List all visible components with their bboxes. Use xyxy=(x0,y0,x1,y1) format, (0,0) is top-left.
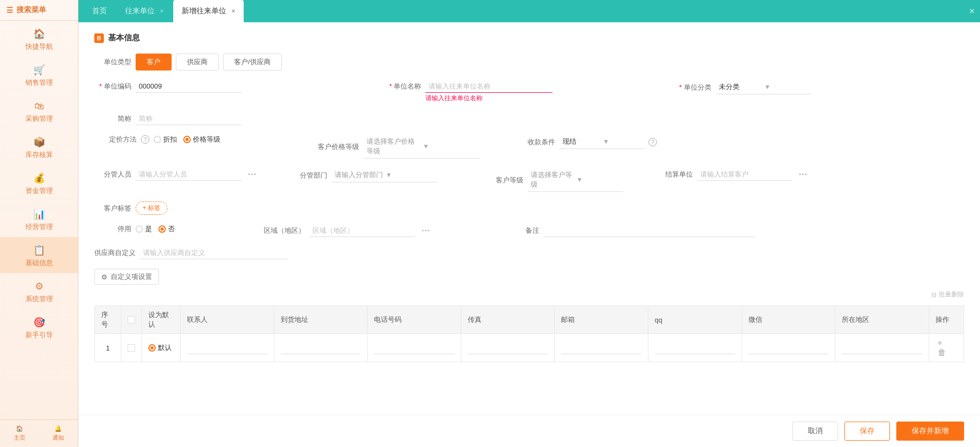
unit-code-input[interactable] xyxy=(136,80,242,93)
pricing-level-option[interactable]: 价格等级 xyxy=(183,135,220,144)
department-select[interactable]: 请输入分管部门 ▼ xyxy=(332,168,438,182)
disabled-no-radio[interactable] xyxy=(158,225,166,233)
disabled-yes-option[interactable]: 是 xyxy=(136,224,152,234)
unit-name-input[interactable] xyxy=(425,80,553,93)
pricing-method-label: 定价方法 xyxy=(94,135,137,144)
system-icon: ⚙ xyxy=(33,281,45,292)
pricing-discount-option[interactable]: 折扣 xyxy=(154,135,177,144)
tab-new-partner[interactable]: 新增往来单位 × xyxy=(173,0,244,22)
tab-partner-list-close[interactable]: × xyxy=(160,7,164,15)
col-qq: qq xyxy=(648,306,742,334)
tab-new-partner-close[interactable]: × xyxy=(231,7,235,15)
row-delete-button[interactable]: 🗑 xyxy=(936,348,948,357)
row-fax[interactable] xyxy=(461,334,554,362)
short-name-input[interactable] xyxy=(136,112,242,125)
short-name-label: 简称 xyxy=(94,114,131,124)
batch-delete-label[interactable]: 批量删除 xyxy=(939,290,964,299)
row-phone[interactable] xyxy=(368,334,461,362)
col-email: 邮箱 xyxy=(555,306,648,334)
pricing-radio-group: 折扣 价格等级 xyxy=(154,135,220,144)
row-region-input[interactable] xyxy=(842,341,922,354)
row-actions: + 🗑 xyxy=(929,334,964,362)
unit-category-label: 单位分类 xyxy=(674,83,711,92)
pricing-discount-radio[interactable] xyxy=(154,136,161,143)
row-qq[interactable] xyxy=(648,334,742,362)
pricing-discount-label: 折扣 xyxy=(163,135,177,144)
region-more-btn[interactable]: ··· xyxy=(420,226,432,235)
row-address-input[interactable] xyxy=(281,341,361,354)
row-add-button[interactable]: + xyxy=(936,338,945,347)
supplier-custom-input[interactable] xyxy=(140,247,288,259)
manager-more-btn[interactable]: ··· xyxy=(246,170,259,179)
region-input[interactable] xyxy=(309,224,415,237)
sidebar-item-inventory[interactable]: 📦 库存核算 xyxy=(0,129,78,165)
type-btn-both[interactable]: 客户/供应商 xyxy=(223,54,282,71)
sidebar-item-finance[interactable]: 💰 资金管理 xyxy=(0,165,78,201)
manager-input[interactable] xyxy=(136,168,242,181)
supplier-custom-label: 供应商自定义 xyxy=(94,248,136,258)
type-btn-customer[interactable]: 客户 xyxy=(136,54,172,71)
row-wechat-input[interactable] xyxy=(749,341,828,354)
row-default-radio[interactable] xyxy=(148,344,156,352)
table-row: 1 默认 xyxy=(95,334,964,362)
notify-label: 通知 xyxy=(52,434,64,442)
row-qq-input[interactable] xyxy=(655,341,735,354)
row-fax-input[interactable] xyxy=(468,341,548,354)
tab-partner-list[interactable]: 往来单位 × xyxy=(117,0,172,22)
settlement-input[interactable] xyxy=(697,168,792,181)
custom-settings-button[interactable]: ⚙ 自定义项设置 xyxy=(94,269,159,285)
payment-terms-label: 收款条件 xyxy=(518,137,555,147)
payment-help-icon[interactable]: ? xyxy=(648,138,657,146)
sidebar-item-quick-nav[interactable]: 🏠 快捷导航 xyxy=(0,21,78,57)
row-select-checkbox[interactable] xyxy=(128,344,135,352)
save-add-button[interactable]: 保存并新增 xyxy=(896,422,964,441)
sidebar-bottom-home[interactable]: 🏠 主页 xyxy=(0,420,39,447)
type-btn-supplier[interactable]: 供应商 xyxy=(176,54,219,71)
manager-label: 分管人员 xyxy=(94,170,131,179)
content-area: B 基本信息 单位类型 客户 供应商 客户/供应商 单位编码 单位名称 xyxy=(78,22,980,415)
row-address[interactable] xyxy=(274,334,367,362)
pricing-level-radio[interactable] xyxy=(183,136,191,143)
sidebar-item-system[interactable]: ⚙ 系统管理 xyxy=(0,273,78,309)
pricing-help-icon[interactable]: ? xyxy=(141,135,149,144)
sidebar-bottom-notify[interactable]: 🔔 通知 xyxy=(39,420,78,447)
sidebar-item-operations[interactable]: 📊 经营管理 xyxy=(0,201,78,237)
customer-level-field: 客户等级 请选择客户等级 ▼ xyxy=(486,168,656,192)
home-bottom-icon: 🏠 xyxy=(16,425,23,432)
row-phone-input[interactable] xyxy=(374,341,454,354)
remark-input[interactable] xyxy=(544,224,755,237)
customer-level-select[interactable]: 请选择客户等级 ▼ xyxy=(528,168,623,192)
tab-home[interactable]: 首页 xyxy=(84,0,115,22)
row-checkbox[interactable] xyxy=(121,334,142,362)
unit-category-chevron-icon: ▼ xyxy=(764,83,808,91)
row-email-input[interactable] xyxy=(561,341,641,354)
row-default-radio-item[interactable]: 默认 xyxy=(148,343,174,353)
search-menu-label: 搜索菜单 xyxy=(16,5,46,15)
row-email[interactable] xyxy=(555,334,648,362)
save-button[interactable]: 保存 xyxy=(844,422,890,441)
window-close-button[interactable]: × xyxy=(969,6,975,17)
row-wechat[interactable] xyxy=(742,334,835,362)
disabled-yes-radio[interactable] xyxy=(136,225,143,233)
sidebar-item-label: 基础信息 xyxy=(25,258,53,268)
disabled-no-option[interactable]: 否 xyxy=(158,224,175,234)
contact-table: 序号 设为默认 联系人 到货地址 电话号码 传真 邮箱 qq 微信 所在地区 操… xyxy=(94,305,964,362)
sidebar-item-sales[interactable]: 🛒 销售管理 xyxy=(0,57,78,93)
sidebar-item-purchase[interactable]: 🛍 采购管理 xyxy=(0,93,78,129)
sidebar-item-guide[interactable]: 🎯 新手引导 xyxy=(0,309,78,345)
row-contact-input[interactable] xyxy=(187,341,267,354)
customer-price-level-select[interactable]: 请选择客户价格等级 ▼ xyxy=(363,135,480,159)
unit-category-select[interactable]: 未分类 ▼ xyxy=(716,80,811,94)
sidebar-item-basic-info[interactable]: 📋 基础信息 xyxy=(0,237,78,273)
add-tag-button[interactable]: + 标签 xyxy=(136,201,167,215)
department-field: 分管部门 请输入分管部门 ▼ xyxy=(290,168,486,182)
cancel-button[interactable]: 取消 xyxy=(792,422,838,441)
payment-terms-select[interactable]: 现结 ▼ xyxy=(559,135,644,149)
col-phone: 电话号码 xyxy=(368,306,461,334)
settlement-more-btn[interactable]: ··· xyxy=(797,170,809,179)
select-all-checkbox[interactable] xyxy=(128,316,135,323)
row-region[interactable] xyxy=(835,334,929,362)
unit-type-field: 单位类型 客户 供应商 客户/供应商 xyxy=(94,54,359,71)
search-menu[interactable]: ☰ 搜索菜单 xyxy=(0,0,78,21)
row-contact[interactable] xyxy=(181,334,274,362)
